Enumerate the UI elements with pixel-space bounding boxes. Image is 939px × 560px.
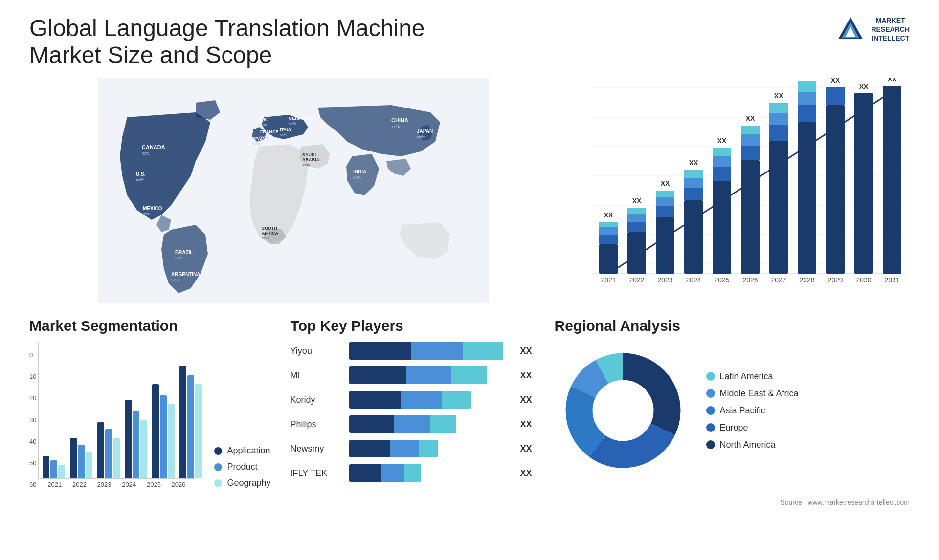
seg-bar-app-2025 [152, 384, 159, 478]
player-bar-koridy [349, 391, 512, 409]
regional-dot-europe [706, 423, 715, 432]
svg-text:ITALY: ITALY [280, 127, 292, 132]
player-name-philips: Philips [291, 419, 344, 430]
svg-rect-52 [627, 232, 646, 274]
page-container: Global Language Translation Machine Mark… [0, 0, 939, 560]
svg-rect-72 [713, 156, 731, 167]
regional-legend-asia: Asia Pacific [706, 406, 799, 416]
regional-label-mea: Middle East & Africa [720, 388, 799, 399]
regional-dot-asia [706, 406, 715, 415]
svg-text:2029: 2029 [827, 276, 843, 284]
page-title: Global Language Translation Machine Mark… [29, 15, 470, 68]
regional-dot-mea [706, 389, 715, 398]
players-panel: Top Key Players Yiyou XX MI XX [291, 318, 535, 506]
svg-rect-95 [826, 87, 845, 105]
svg-text:xx%: xx% [289, 121, 296, 126]
svg-text:2030: 2030 [856, 276, 871, 284]
player-bar-iflytek [349, 464, 512, 482]
legend-application: Application [214, 446, 270, 456]
svg-text:XX: XX [717, 137, 727, 145]
regional-legend-mea: Middle East & Africa [706, 388, 799, 399]
regional-dot-latin [706, 372, 715, 381]
svg-text:U.K.: U.K. [259, 117, 268, 122]
svg-rect-53 [627, 222, 646, 232]
seg-group-2024 [125, 400, 147, 478]
seg-group-2023 [97, 422, 120, 478]
svg-text:XX: XX [604, 211, 613, 219]
svg-text:U.S.: U.S. [136, 172, 146, 177]
svg-text:XX: XX [632, 197, 642, 205]
svg-point-109 [593, 380, 653, 441]
regional-label-northam: North America [720, 440, 776, 450]
svg-text:XX: XX [661, 179, 670, 187]
svg-text:BRAZIL: BRAZIL [175, 250, 193, 255]
seg-bar-geo-2021 [58, 465, 65, 478]
svg-text:MEXICO: MEXICO [143, 206, 162, 211]
regional-legend-latin: Latin America [706, 371, 799, 382]
seg-bar-prod-2021 [50, 460, 57, 478]
svg-rect-71 [713, 167, 731, 181]
player-name-newsmy: Newsmy [291, 444, 344, 454]
player-seg2-philips [394, 415, 430, 433]
segmentation-bars [38, 342, 195, 479]
svg-text:2023: 2023 [657, 276, 672, 284]
seg-bar-app-2023 [97, 422, 104, 478]
player-val-philips: XX [520, 419, 535, 430]
svg-text:2026: 2026 [742, 276, 758, 284]
player-seg2-koridy [401, 391, 442, 409]
seg-bar-app-2024 [125, 400, 132, 478]
svg-rect-60 [656, 197, 674, 206]
segmentation-panel: Market Segmentation 60 50 40 30 20 10 0 [29, 318, 271, 506]
player-seg3-newsmy [419, 440, 438, 457]
map-container: CANADA xx% U.S. xx% MEXICO xx% BRAZIL xx… [29, 78, 558, 303]
player-name-koridy: Koridy [291, 395, 344, 405]
regional-panel: Regional Analysis [555, 318, 910, 506]
svg-text:SAUDI: SAUDI [302, 152, 316, 157]
player-row-yiyou: Yiyou XX [291, 342, 535, 360]
svg-text:2024: 2024 [686, 276, 701, 284]
seg-bar-geo-2024 [140, 420, 147, 478]
seg-bar-prod-2026 [187, 375, 194, 478]
donut-chart-svg [555, 342, 692, 479]
svg-rect-70 [713, 181, 731, 274]
player-seg1-philips [349, 415, 395, 433]
svg-text:INDIA: INDIA [353, 169, 366, 174]
svg-rect-65 [684, 188, 703, 200]
player-seg3-mi [451, 366, 487, 384]
seg-bar-app-2022 [70, 438, 77, 478]
svg-rect-61 [656, 191, 674, 197]
svg-rect-101 [883, 86, 901, 274]
player-bar-yiyou [349, 342, 512, 360]
player-val-iflytek: XX [520, 468, 535, 478]
player-seg1-mi [349, 366, 406, 384]
seg-group-2021 [43, 456, 65, 478]
player-row-mi: MI XX [291, 366, 535, 384]
svg-text:AFRICA: AFRICA [262, 231, 278, 236]
player-seg1-koridy [349, 391, 401, 409]
svg-rect-58 [656, 217, 674, 274]
player-val-newsmy: XX [520, 444, 535, 454]
player-row-newsmy: Newsmy XX [291, 440, 535, 457]
player-row-koridy: Koridy XX [291, 391, 535, 409]
player-seg1-iflytek [349, 464, 381, 482]
svg-rect-47 [599, 235, 618, 244]
player-seg3-yiyou [463, 342, 503, 360]
donut-wrapper: Latin America Middle East & Africa Asia … [555, 342, 910, 479]
legend-label-geography: Geography [227, 478, 270, 488]
segmentation-title: Market Segmentation [29, 318, 271, 334]
seg-group-2022 [70, 438, 92, 478]
top-section: CANADA xx% U.S. xx% MEXICO xx% BRAZIL xx… [29, 78, 910, 303]
svg-text:GERMANY: GERMANY [289, 116, 311, 121]
svg-text:XX: XX [888, 78, 897, 83]
legend-dot-product [214, 463, 222, 471]
seg-group-2025 [152, 384, 175, 478]
svg-text:ARABIA: ARABIA [302, 157, 319, 162]
svg-text:xx%: xx% [136, 177, 144, 182]
svg-text:2028: 2028 [799, 276, 814, 284]
seg-bar-geo-2023 [113, 438, 120, 478]
svg-text:xx%: xx% [262, 236, 269, 240]
seg-bar-prod-2024 [133, 411, 139, 478]
svg-rect-77 [741, 146, 760, 160]
seg-bar-geo-2022 [86, 452, 92, 478]
svg-rect-79 [741, 126, 760, 134]
